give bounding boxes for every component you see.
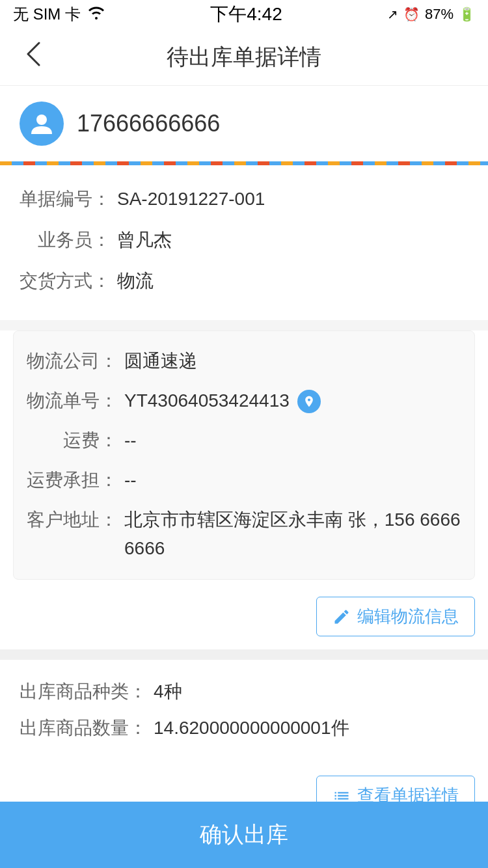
logistics-card: 物流公司： 圆通速递 物流单号： YT43064053424413 运费： --… xyxy=(13,331,475,580)
freight-label: 运费： xyxy=(27,426,118,455)
carrier-label: 无 SIM 卡 xyxy=(13,4,81,25)
product-quantity-label: 出库商品数量： xyxy=(20,716,147,740)
logistics-company-row: 物流公司： 圆通速递 xyxy=(27,347,461,376)
alarm-icon: ⏰ xyxy=(403,7,420,22)
edit-logistics-label: 编辑物流信息 xyxy=(357,605,459,628)
logistics-tracking-row: 物流单号： YT43064053424413 xyxy=(27,387,461,416)
battery-label: 87% xyxy=(425,6,454,23)
product-quantity-row: 出库商品数量： 14.620000000000001件 xyxy=(20,716,468,740)
freight-bearer-label: 运费承担： xyxy=(27,466,118,495)
address-row: 客户地址： 北京市市辖区海淀区永丰南 张，156 6666 6666 xyxy=(27,506,461,564)
location-arrow-icon: ↗ xyxy=(387,7,398,22)
delivery-value: 物流 xyxy=(117,267,468,296)
salesman-value: 曾凡杰 xyxy=(117,226,468,255)
freight-bearer-row: 运费承担： -- xyxy=(27,466,461,495)
product-types-value: 4种 xyxy=(154,679,182,704)
salesman-label: 业务员： xyxy=(20,226,111,255)
logistics-tracking-value: YT43064053424413 xyxy=(124,387,461,416)
phone-header: 17666666666 xyxy=(0,86,488,161)
status-left: 无 SIM 卡 xyxy=(13,4,105,25)
logistics-company-value: 圆通速递 xyxy=(124,347,461,376)
confirm-button[interactable]: 确认出库 xyxy=(0,802,488,868)
back-button[interactable] xyxy=(20,35,47,79)
logistics-company-label: 物流公司： xyxy=(27,347,118,376)
salesman-row: 业务员： 曾凡杰 xyxy=(20,226,468,255)
order-no-row: 单据编号： SA-20191227-001 xyxy=(20,185,468,214)
edit-btn-row: 编辑物流信息 xyxy=(0,586,488,649)
time-label: 下午4:42 xyxy=(210,2,282,27)
address-label: 客户地址： xyxy=(27,506,118,535)
logistics-tracking-label: 物流单号： xyxy=(27,387,118,416)
basic-info-section: 单据编号： SA-20191227-001 业务员： 曾凡杰 交货方式： 物流 xyxy=(0,165,488,320)
nav-bar: 待出库单据详情 xyxy=(0,29,488,86)
status-bar: 无 SIM 卡 下午4:42 ↗ ⏰ 87% 🔋 xyxy=(0,0,488,29)
product-section: 出库商品种类： 4种 出库商品数量： 14.620000000000001件 xyxy=(0,660,488,765)
product-quantity-value: 14.620000000000001件 xyxy=(154,716,349,740)
delivery-row: 交货方式： 物流 xyxy=(20,267,468,296)
section-divider xyxy=(0,649,488,660)
freight-bearer-value: -- xyxy=(124,466,461,495)
product-types-label: 出库商品种类： xyxy=(20,679,147,704)
delivery-label: 交货方式： xyxy=(20,267,111,296)
avatar xyxy=(20,102,64,146)
freight-value: -- xyxy=(124,426,461,455)
battery-icon: 🔋 xyxy=(459,7,475,22)
svg-point-0 xyxy=(36,115,47,125)
order-no-value: SA-20191227-001 xyxy=(117,185,468,214)
order-no-label: 单据编号： xyxy=(20,185,111,214)
phone-number: 17666666666 xyxy=(77,110,220,137)
product-types-row: 出库商品种类： 4种 xyxy=(20,679,468,704)
freight-row: 运费： -- xyxy=(27,426,461,455)
wifi-icon xyxy=(87,5,105,23)
confirm-button-label: 确认出库 xyxy=(200,822,288,847)
page-title: 待出库单据详情 xyxy=(167,42,321,72)
address-value: 北京市市辖区海淀区永丰南 张，156 6666 6666 xyxy=(124,506,461,564)
edit-logistics-button[interactable]: 编辑物流信息 xyxy=(316,597,475,636)
tracking-location-icon[interactable] xyxy=(297,390,321,413)
status-right: ↗ ⏰ 87% 🔋 xyxy=(387,6,475,23)
